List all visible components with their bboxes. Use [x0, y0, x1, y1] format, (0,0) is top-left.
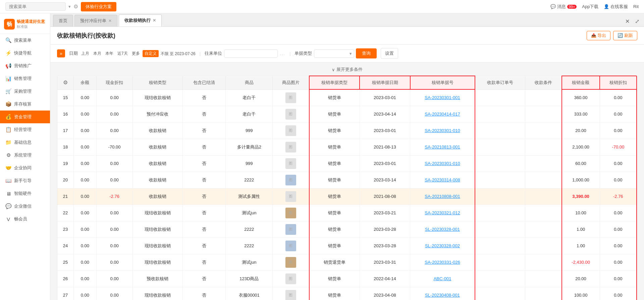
tab-controls: ✕ ⤢: [623, 17, 641, 27]
cell-order-no: [475, 221, 525, 238]
th-settings[interactable]: ⚙: [57, 76, 74, 89]
top-bar-left: ▾ ⚙ 休验行业方案: [5, 2, 546, 11]
sidebar-item-11[interactable]: 📖新手引导: [0, 174, 50, 187]
sidebar-item-14[interactable]: V畅会员: [0, 213, 50, 225]
tab-home-label: 首页: [59, 18, 67, 24]
table-row: 21 0.00 -2.76 收款核销 否 测试多属性 图 销货单 2021-08…: [57, 188, 637, 205]
close-icon[interactable]: ✕: [108, 18, 112, 23]
expand-more-button[interactable]: ∨ 展开更多条件: [332, 67, 363, 73]
table-row: 25 0.00 0.00 现结收款核销 否 测试jun 图 销货退货单 2023…: [57, 254, 637, 270]
cell-id: 24: [57, 238, 74, 254]
close-icon-active[interactable]: ✕: [153, 18, 156, 23]
cell-order-no: [475, 238, 525, 254]
filter-7days-btn[interactable]: 近7天: [116, 50, 129, 57]
cell-voucher-no[interactable]: SA-20210808-001: [410, 188, 475, 205]
filter-more-btn[interactable]: 更多: [130, 50, 141, 57]
cell-voucher-no[interactable]: SL-20230328-001: [410, 221, 475, 238]
cell-img: 图: [273, 122, 309, 139]
sidebar-label-11: 新手引导: [14, 178, 32, 184]
settings-button[interactable]: 设置: [381, 48, 398, 59]
cell-voucher-type: 销货单: [309, 172, 360, 188]
cell-amount: 60.00: [562, 155, 600, 172]
sidebar-item-1[interactable]: ⚡快捷导航: [0, 47, 50, 59]
cell-voucher-no[interactable]: SA-20230301-010: [410, 155, 475, 172]
cell-id: 26: [57, 270, 74, 287]
cell-condition: [525, 188, 562, 205]
sidebar-item-3[interactable]: 📊销售管理: [0, 72, 50, 85]
cell-img: 图: [273, 139, 309, 155]
app-download-link[interactable]: App下载: [582, 4, 598, 10]
cell-voucher-no[interactable]: SA-20230331-026: [410, 254, 475, 270]
online-service-link[interactable]: 👤 在线客服: [604, 4, 628, 10]
cell-voucher-no[interactable]: SL-20230328-002: [410, 238, 475, 254]
cell-voucher-date: 2023-03-01: [360, 89, 410, 106]
filter-lastmonth-btn[interactable]: 上月: [80, 50, 91, 57]
query-button[interactable]: 查询: [356, 48, 377, 58]
filter-custom-btn[interactable]: 自定义: [143, 50, 159, 57]
cell-voucher-no[interactable]: SA-20230301-010: [410, 122, 475, 139]
tab-expand-button[interactable]: ⤢: [633, 17, 641, 25]
sidebar-icon-8: 📁: [5, 139, 11, 145]
cell-cash-discount: 0.00: [96, 89, 132, 106]
filter-expand-button[interactable]: »: [57, 49, 65, 57]
sidebar-item-8[interactable]: 📁基础信息: [0, 136, 50, 149]
sidebar-item-9[interactable]: ⚙系统管理: [0, 149, 50, 162]
filter-counterpart-dots[interactable]: ...: [280, 51, 285, 56]
cell-voucher-no[interactable]: SA-20210813-001: [410, 139, 475, 155]
cell-amount: 20.00: [562, 122, 600, 139]
cell-voucher-type: 销货单: [309, 221, 360, 238]
filter-counterpart-group: 往来单位 ...: [205, 49, 285, 58]
filter-thismonth-btn[interactable]: 本月: [92, 50, 103, 57]
cell-voucher-no[interactable]: ABC-001: [410, 270, 475, 287]
cell-balance: 0.00: [74, 188, 96, 205]
filter-counterpart-input[interactable]: [224, 49, 278, 58]
page-header-actions: 📤 导出 🔄 刷新: [587, 31, 637, 40]
cell-voucher-no[interactable]: SL-20230408-001: [410, 287, 475, 300]
cell-id: 18: [57, 139, 74, 155]
export-button[interactable]: 📤 导出: [587, 31, 611, 40]
sidebar-item-7[interactable]: 📋经营管理: [0, 123, 50, 136]
cell-goods: 老白干: [226, 106, 273, 122]
sidebar-item-6[interactable]: 💰资金管理: [0, 111, 50, 123]
industry-solution-button[interactable]: 休验行业方案: [81, 2, 116, 11]
cell-voucher-no[interactable]: SA-20230314-008: [410, 172, 475, 188]
cell-id: 21: [57, 188, 74, 205]
sidebar-logo: 畅 畅捷通道好生意 标准版: [0, 16, 50, 34]
sidebar-item-10[interactable]: 🤝企业协同: [0, 162, 50, 174]
sidebar-item-13[interactable]: 💬企业微信: [0, 200, 50, 213]
refresh-button[interactable]: 🔄 刷新: [613, 31, 637, 40]
cell-goods: 测试jun: [226, 205, 273, 221]
sidebar-item-0[interactable]: 🔍搜索菜单: [0, 34, 50, 47]
cell-discount: -70.00: [600, 139, 637, 155]
dropdown-icon[interactable]: ▾: [68, 4, 71, 9]
notification-area[interactable]: 💬 消息 99+: [550, 4, 577, 10]
cell-voucher-no[interactable]: SA-20230301-001: [410, 89, 475, 106]
filter-thisyear-btn[interactable]: 本年: [104, 50, 115, 57]
sidebar-item-4[interactable]: 🛒采购管理: [0, 85, 50, 98]
sidebar-item-2[interactable]: 📢营销推广: [0, 59, 50, 72]
sidebar-label-1: 快捷导航: [14, 50, 32, 56]
tab-collection-label: 收款核销执行: [124, 17, 151, 24]
cell-settled: 否: [182, 238, 226, 254]
sidebar-icon-10: 🤝: [5, 165, 11, 171]
sidebar-label-13: 企业微信: [14, 203, 32, 209]
cell-voucher-no[interactable]: SA-20230321-012: [410, 205, 475, 221]
search-input[interactable]: [5, 2, 66, 11]
sidebar-label-10: 企业协同: [14, 165, 32, 171]
filter-vouchertype-select[interactable]: [314, 49, 354, 58]
tab-home[interactable]: 首页: [53, 15, 73, 27]
cell-voucher-no[interactable]: SA-20230414-017: [410, 106, 475, 122]
th-settled: 包含已结清: [182, 76, 226, 89]
tab-collection[interactable]: 收款核销执行 ✕: [119, 14, 162, 27]
cell-voucher-type: 销货单: [309, 106, 360, 122]
tab-prepay[interactable]: 预付冲应付单 ✕: [74, 15, 117, 27]
table-row: 15 0.00 0.00 现结收款核销 否 老白干 图 销货单 2023-03-…: [57, 89, 637, 106]
cell-img: 图: [273, 188, 309, 205]
sidebar-label-8: 基础信息: [14, 139, 32, 145]
sidebar-item-12[interactable]: 🖥智能硬件: [0, 187, 50, 200]
cell-amount: 20.00: [562, 270, 600, 287]
cell-voucher-type: 销货单: [309, 139, 360, 155]
tab-close-button[interactable]: ✕: [623, 17, 632, 25]
gear-icon[interactable]: ⚙: [73, 3, 78, 10]
sidebar-item-5[interactable]: 📦库存核算: [0, 98, 50, 111]
